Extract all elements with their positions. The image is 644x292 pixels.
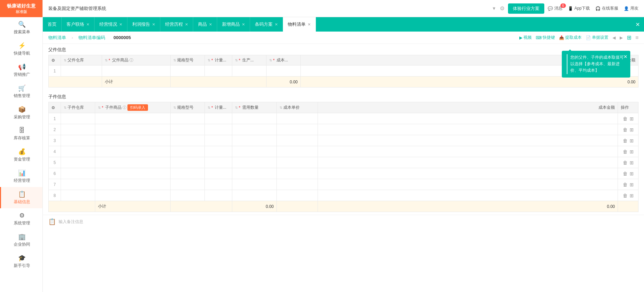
delete-icon-row-4[interactable]: 🗑 bbox=[623, 149, 628, 154]
sidebar-item-finance[interactable]: 💰资金管理 bbox=[0, 144, 42, 166]
parent-subtotal-row: 小计 0.00 0.00 bbox=[49, 77, 639, 87]
nav-prev[interactable]: ◀ bbox=[612, 35, 616, 40]
newbie-icon: 🎓 bbox=[18, 254, 26, 262]
topbar: 装备及固定资产辅助管理系统 ▼ ⚙ 体验行业方案 💬 6 消息 📱 App下载 … bbox=[43, 0, 644, 17]
parent-col-produce: ⇅*生产... bbox=[232, 55, 267, 66]
copy-icon-row-4[interactable]: ⊞ bbox=[630, 149, 634, 154]
tab-close-icon[interactable]: ✕ bbox=[119, 22, 122, 27]
sidebar-item-operation[interactable]: 📊经营管理 bbox=[0, 166, 42, 187]
nav-tab-物料清单[interactable]: 物料清单✕ bbox=[283, 17, 316, 32]
delete-icon-row-6[interactable]: 🗑 bbox=[623, 171, 628, 176]
tab-close-icon[interactable]: ✕ bbox=[185, 22, 188, 27]
tab-label: 首页 bbox=[48, 21, 57, 27]
child-row-1: 1 🗑 ⊞ bbox=[49, 113, 639, 124]
parent-row-1: 1 bbox=[49, 66, 639, 77]
user-item[interactable]: 👤 用友 bbox=[624, 5, 639, 11]
inventory-icon: 🗄 bbox=[19, 127, 25, 134]
breadcrumb-item-2[interactable]: 物料清单编码 bbox=[78, 35, 105, 41]
sidebar-item-purchase[interactable]: 📦采购管理 bbox=[0, 102, 42, 124]
nav-tab-利润报告[interactable]: 利润报告✕ bbox=[127, 17, 160, 32]
nav-tab-经营历程[interactable]: 经营历程✕ bbox=[160, 17, 193, 32]
sidebar-item-inventory[interactable]: 🗄库存核算 bbox=[0, 124, 42, 144]
bill-settings-action[interactable]: 📄 单据设置 bbox=[586, 35, 608, 40]
parent-table-header: ⚙ ⇅父件仓库 ⇅*父件商品ⓘ ⇅规格型号 ⇅*计量... ⇅*生产... ⇅*… bbox=[49, 55, 639, 66]
copy-icon-row-6[interactable]: ⊞ bbox=[630, 171, 634, 176]
parent-subtotal-value1: 0.00 bbox=[267, 77, 301, 87]
online-service-item[interactable]: 🎧 在线客服 bbox=[595, 5, 618, 11]
copy-icon-row-2[interactable]: ⊞ bbox=[630, 127, 634, 132]
sidebar-item-basic-info[interactable]: 📋基础信息 bbox=[0, 187, 42, 208]
delete-icon-row-8[interactable]: 🗑 bbox=[623, 193, 628, 198]
nav-tab-条码方案[interactable]: 条码方案✕ bbox=[250, 17, 283, 32]
tabs-close-all[interactable]: ✕ bbox=[631, 21, 644, 28]
nav-tab-首页[interactable]: 首页 bbox=[43, 17, 62, 32]
copy-icon-row-1[interactable]: ⊞ bbox=[630, 116, 634, 121]
phone-icon: 📱 bbox=[568, 6, 573, 11]
copy-icon-row-3[interactable]: ⊞ bbox=[630, 138, 634, 143]
child-row-7: 7 🗑 ⊞ bbox=[49, 179, 639, 190]
delete-icon-row-2[interactable]: 🗑 bbox=[623, 127, 628, 132]
delete-icon-row-3[interactable]: 🗑 bbox=[623, 138, 628, 143]
sidebar-label-purchase: 采购管理 bbox=[14, 114, 30, 120]
copy-icon-row-7[interactable]: ⊞ bbox=[630, 182, 634, 187]
cost-tooltip: ✕ 您的父件、子件的成本取值可以选择【参考成本、最新进价、平均成本】 bbox=[562, 51, 630, 78]
tooltip-text: 您的父件、子件的成本取值可以选择【参考成本、最新进价、平均成本】 bbox=[570, 55, 624, 73]
sidebar-label-search: 搜索菜单 bbox=[14, 29, 30, 35]
tooltip-close-btn[interactable]: ✕ bbox=[623, 53, 628, 60]
nav-next[interactable]: ▶ bbox=[620, 35, 623, 40]
app-logo-line1: 畅康诸好生意 bbox=[7, 3, 36, 9]
shortcut-action[interactable]: ⌨ 快捷键 bbox=[536, 35, 555, 40]
marketing-icon: 📢 bbox=[18, 63, 26, 71]
nav-tab-客户联络[interactable]: 客户联络✕ bbox=[62, 17, 95, 32]
extract-cost-action[interactable]: 📥 提取成本 bbox=[559, 35, 582, 40]
sidebar-item-search[interactable]: 🔍搜索菜单 bbox=[0, 17, 42, 38]
sidebar-item-sales[interactable]: 🛒销售管理 bbox=[0, 81, 42, 102]
child-col-actions: 操作 bbox=[618, 102, 639, 113]
delete-icon-row-1[interactable]: 🗑 bbox=[623, 116, 628, 121]
child-col-qty: ⇅*需用数量 bbox=[232, 102, 277, 113]
enterprise-icon: 🏢 bbox=[18, 233, 26, 241]
video-action[interactable]: ▶ 视频 bbox=[519, 35, 532, 40]
grid-view-icon[interactable]: ⊞ bbox=[627, 34, 631, 41]
basic-info-icon: 📋 bbox=[18, 190, 26, 198]
copy-icon-row-8[interactable]: ⊞ bbox=[630, 193, 634, 198]
delete-icon-row-5[interactable]: 🗑 bbox=[623, 160, 628, 165]
nav-tab-经营情况[interactable]: 经营情况✕ bbox=[95, 17, 127, 32]
sidebar: 畅康诸好生意 标准版 🔍搜索菜单⚡快捷导航📢营销推广🛒销售管理📦采购管理🗄库存核… bbox=[0, 0, 43, 292]
sidebar-item-quick-nav[interactable]: ⚡快捷导航 bbox=[0, 38, 42, 60]
nav-tab-商品[interactable]: 商品✕ bbox=[193, 17, 217, 32]
trial-button[interactable]: 体验行业方案 bbox=[508, 3, 544, 14]
message-icon-item[interactable]: 💬 6 消息 bbox=[548, 5, 562, 11]
topbar-dropdown-arrow[interactable]: ▼ bbox=[492, 6, 496, 11]
parent-col-unit: ⇅*计量... bbox=[205, 55, 232, 66]
child-col-settings[interactable]: ⚙ bbox=[49, 102, 61, 113]
tab-close-icon[interactable]: ✕ bbox=[152, 22, 155, 27]
scan-input-btn[interactable]: 扫码录入 bbox=[127, 104, 148, 111]
list-view-icon[interactable]: ≡ bbox=[635, 35, 639, 41]
breadcrumb-item-1[interactable]: 物料清单 bbox=[48, 35, 66, 41]
child-col-spec: ⇅规格型号 bbox=[171, 102, 205, 113]
nav-tab-新增商品[interactable]: 新增商品✕ bbox=[217, 17, 250, 32]
tab-close-icon[interactable]: ✕ bbox=[86, 22, 89, 27]
parent-col-settings[interactable]: ⚙ bbox=[49, 55, 61, 66]
settings-icon[interactable]: ⚙ bbox=[500, 5, 505, 12]
delete-icon-row-7[interactable]: 🗑 bbox=[623, 182, 628, 187]
sidebar-item-system[interactable]: ⚙系统管理 bbox=[0, 208, 42, 230]
child-section-title: 子件信息 bbox=[48, 94, 639, 100]
finance-icon: 💰 bbox=[18, 148, 26, 155]
parent-section: 父件信息 ⚙ ⇅父件仓库 ⇅*父件商品ⓘ ⇅规格型号 ⇅*计量... ⇅*生产.… bbox=[43, 44, 644, 87]
tab-close-icon[interactable]: ✕ bbox=[242, 22, 245, 27]
copy-icon-row-5[interactable]: ⊞ bbox=[630, 160, 634, 165]
tab-close-icon[interactable]: ✕ bbox=[209, 22, 212, 27]
sidebar-item-newbie[interactable]: 🎓新手引导 bbox=[0, 251, 42, 272]
app-download-item[interactable]: 📱 App下载 bbox=[568, 5, 590, 11]
child-col-unit-price: ⇅成本单价 bbox=[277, 102, 318, 113]
child-col-warehouse: ⇅子件仓库 bbox=[61, 102, 95, 113]
message-badge: 6 bbox=[560, 3, 566, 8]
sidebar-item-marketing[interactable]: 📢营销推广 bbox=[0, 60, 42, 81]
tab-close-icon[interactable]: ✕ bbox=[308, 22, 311, 27]
sidebar-item-enterprise[interactable]: 🏢企业协同 bbox=[0, 230, 42, 251]
sidebar-label-marketing: 营销推广 bbox=[14, 72, 30, 78]
quick-nav-icon: ⚡ bbox=[18, 42, 26, 49]
tab-close-icon[interactable]: ✕ bbox=[275, 22, 278, 27]
